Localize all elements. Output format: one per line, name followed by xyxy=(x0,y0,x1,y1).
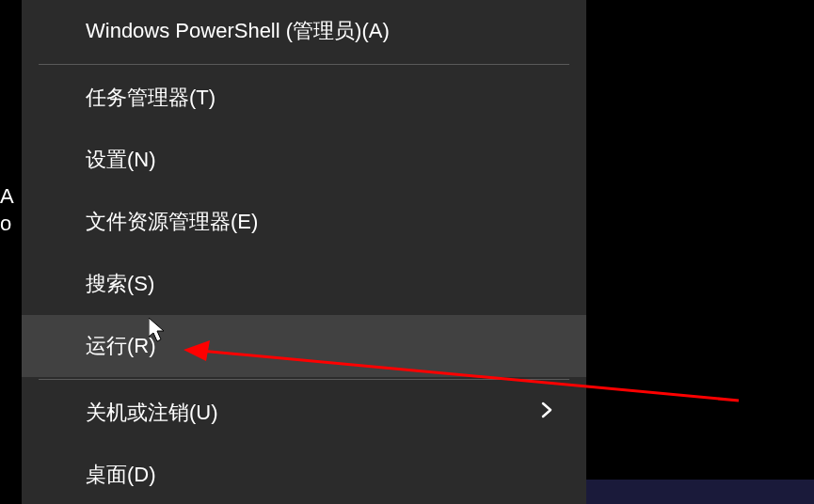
menu-item-desktop[interactable]: 桌面(D) xyxy=(22,444,586,504)
menu-label: Windows PowerShell (管理员)(A) xyxy=(86,17,390,45)
menu-item-search[interactable]: 搜索(S) xyxy=(22,253,586,315)
menu-label: 关机或注销(U) xyxy=(86,399,218,427)
menu-label: 搜索(S) xyxy=(86,270,154,298)
menu-separator xyxy=(39,64,569,65)
taskbar-hint xyxy=(586,480,814,504)
menu-item-file-explorer[interactable]: 文件资源管理器(E) xyxy=(22,191,586,253)
menu-label: 文件资源管理器(E) xyxy=(86,208,258,236)
menu-item-shutdown-signout[interactable]: 关机或注销(U) xyxy=(22,382,586,444)
menu-label: 运行(R) xyxy=(86,332,156,360)
menu-item-task-manager[interactable]: 任务管理器(T) xyxy=(22,67,586,129)
menu-item-settings[interactable]: 设置(N) xyxy=(22,129,586,191)
menu-item-run[interactable]: 运行(R) xyxy=(22,315,586,377)
menu-label: 设置(N) xyxy=(86,146,156,174)
menu-label: 桌面(D) xyxy=(86,461,156,489)
winx-context-menu: Windows PowerShell (管理员)(A) 任务管理器(T) 设置(… xyxy=(22,0,586,504)
desktop-text-line1: A xyxy=(0,184,14,208)
menu-separator xyxy=(39,379,569,380)
chevron-right-icon xyxy=(539,400,554,426)
desktop-text-line2: o xyxy=(0,212,11,235)
menu-label: 任务管理器(T) xyxy=(86,84,215,112)
menu-item-powershell-admin[interactable]: Windows PowerShell (管理员)(A) xyxy=(22,0,586,62)
desktop-partial-text: A o xyxy=(0,183,14,237)
